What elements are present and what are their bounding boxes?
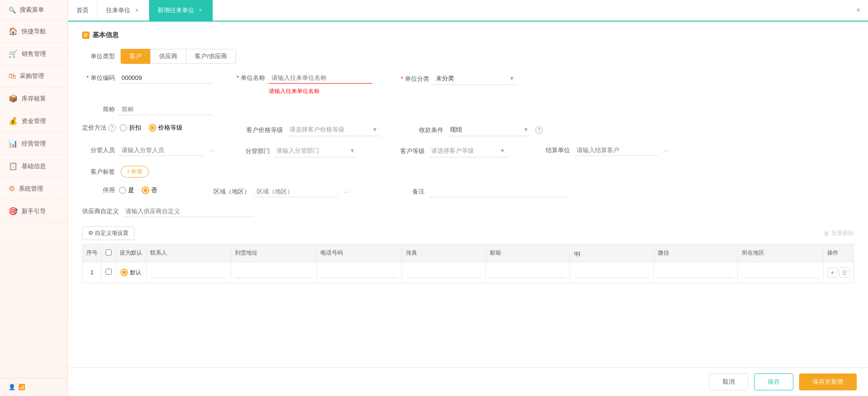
unit-type-supplier[interactable]: 供应商 — [150, 49, 186, 64]
pricing-method-field: 定价方法 ? 折扣 价格等级 — [82, 124, 246, 132]
row-checkbox[interactable] — [106, 269, 112, 275]
select-all-checkbox[interactable] — [106, 249, 112, 256]
disabled-no-circle — [142, 186, 149, 194]
settlement-unit-input[interactable] — [574, 145, 658, 156]
col-email: 邮箱 — [486, 244, 570, 262]
row-delete-button[interactable]: 🗑 — [839, 267, 850, 278]
row-contact-input[interactable] — [150, 267, 227, 278]
sidebar-item-system[interactable]: ⚙ 系统管理 — [0, 178, 68, 200]
row-default-radio[interactable]: 默认 — [120, 269, 142, 277]
region-more-icon[interactable]: ··· — [342, 188, 351, 195]
region-input[interactable] — [254, 186, 338, 197]
row-qq-input[interactable] — [574, 267, 649, 278]
unit-type-customer[interactable]: 客户 — [121, 49, 150, 64]
customer-level-arrow: ▼ — [500, 148, 505, 154]
col-action: 操作 — [823, 244, 853, 262]
pricing-level-radio[interactable]: 价格等级 — [149, 124, 183, 132]
pricing-discount-radio[interactable]: 折扣 — [120, 124, 141, 132]
row-email-input[interactable] — [490, 267, 566, 278]
row-wechat-input[interactable] — [658, 267, 734, 278]
custom-settings-button[interactable]: ⚙ 自定义项设置 — [82, 226, 135, 240]
sidebar-bottom-icon2: 📶 — [18, 384, 25, 390]
col-seq: 序号 — [83, 244, 102, 262]
remark-label: 备注 — [392, 187, 425, 196]
supervisor-input[interactable] — [119, 145, 203, 156]
row-delivery-input[interactable] — [235, 267, 312, 278]
disabled-yes-radio[interactable]: 是 — [119, 186, 134, 194]
sidebar-item-basic-info[interactable]: 📋 基础信息 — [0, 155, 68, 178]
row-default-cell: 默认 — [116, 262, 146, 283]
disabled-no-radio[interactable]: 否 — [142, 186, 157, 194]
save-button[interactable]: 保存 — [754, 373, 793, 390]
disabled-yes-circle — [119, 186, 126, 194]
row-phone-input[interactable] — [320, 267, 398, 278]
row-area-input[interactable] — [742, 267, 819, 278]
pricing-method-label: 定价方法 ? — [82, 124, 116, 132]
table-toolbar: ⚙ 自定义项设置 🗑 批量删除 — [82, 226, 854, 240]
row-add-button[interactable]: + — [827, 267, 838, 278]
remark-input[interactable] — [428, 186, 569, 197]
sidebar-item-quick-nav[interactable]: 🏠 快捷导航 — [0, 20, 68, 43]
col-checkbox — [102, 244, 116, 262]
unit-name-label: * 单位名称 — [232, 74, 265, 82]
col-delivery-addr: 到货地址 — [231, 244, 316, 262]
payment-help-icon[interactable]: ? — [535, 126, 543, 134]
sidebar-item-inventory[interactable]: 📦 库存核算 — [0, 87, 68, 110]
tab-home[interactable]: 首页 — [68, 0, 98, 21]
settlement-unit-more-icon[interactable]: ··· — [662, 147, 671, 154]
customer-level-dropdown[interactable]: 请选择客户等级 ▼ — [428, 145, 508, 157]
pricing-radio-group: 折扣 价格等级 — [120, 124, 183, 132]
sidebar-item-search[interactable]: 🔍 搜索菜单 — [0, 0, 68, 20]
tab-new-counterparty-close[interactable]: × — [197, 6, 204, 15]
unit-code-input[interactable] — [119, 72, 213, 84]
batch-delete-button[interactable]: 🗑 批量删除 — [824, 229, 854, 237]
sidebar-item-guide[interactable]: 🎯 新手引导 — [0, 200, 68, 223]
row-fax-input[interactable] — [406, 267, 482, 278]
save-new-button[interactable]: 保存并新增 — [799, 373, 857, 390]
supervisor-row: 分管人员 ··· 分管部门 请输入分管部门 ▼ 客户等级 请选择客户等级 ▼ 结… — [82, 145, 854, 157]
customer-price-level-dropdown[interactable]: 请选择客户价格等级 ▼ — [287, 124, 381, 136]
sidebar-bottom[interactable]: 👤 📶 — [0, 378, 68, 396]
customer-tag-field: 客户标签 + 标签 — [82, 166, 854, 178]
sidebar-label-basic-info: 基础信息 — [22, 162, 46, 171]
customer-price-level-field: 客户价格等级 请选择客户价格等级 ▼ — [246, 124, 411, 136]
payment-terms-arrow: ▼ — [523, 126, 529, 133]
unit-name-input[interactable] — [269, 72, 372, 84]
sidebar-item-finance[interactable]: 💰 资金管理 — [0, 110, 68, 132]
cancel-button[interactable]: 取消 — [709, 373, 748, 390]
unit-category-dropdown[interactable]: 未分类 ▼ — [433, 72, 518, 85]
row-area — [738, 262, 823, 283]
tab-counterparty[interactable]: 往来单位 × — [98, 0, 149, 21]
col-contact: 联系人 — [146, 244, 231, 262]
disabled-label: 停用 — [82, 186, 115, 194]
pricing-help-icon[interactable]: ? — [108, 124, 116, 132]
sidebar-item-operations[interactable]: 📊 经营管理 — [0, 132, 68, 155]
unit-category-label: * 单位分类 — [396, 75, 429, 83]
col-wechat: 微信 — [654, 244, 738, 262]
department-dropdown[interactable]: 请输入分管部门 ▼ — [274, 145, 358, 157]
disabled-no-dot — [144, 188, 147, 192]
disabled-region-row: 停用 是 否 区域（地区） ··· — [82, 186, 854, 197]
target-icon: 🎯 — [8, 207, 18, 216]
clipboard-icon: 📋 — [8, 162, 18, 171]
sidebar-label-purchase: 采购管理 — [20, 72, 44, 80]
customer-level-field: 客户等级 请选择客户等级 ▼ — [392, 145, 537, 157]
supervisor-more-icon[interactable]: ··· — [207, 147, 216, 154]
unit-type-field: 单位类型 客户 供应商 客户/供应商 — [82, 49, 236, 64]
tab-bar-close-all[interactable]: × — [849, 6, 868, 15]
col-default: 设为默认 — [116, 244, 146, 262]
tab-new-counterparty[interactable]: 新增往来单位 × — [149, 0, 213, 21]
unit-type-label: 单位类型 — [82, 52, 115, 61]
add-tag-button[interactable]: + 标签 — [121, 166, 149, 178]
sidebar-item-purchase[interactable]: 🛍 采购管理 — [0, 65, 68, 87]
unit-type-both[interactable]: 客户/供应商 — [186, 49, 236, 64]
supplier-custom-input[interactable] — [122, 206, 254, 217]
payment-terms-field: 收款条件 现结 ▼ ? — [411, 124, 575, 136]
sidebar-item-sales[interactable]: 🛒 销售管理 — [0, 43, 68, 65]
tab-counterparty-close[interactable]: × — [133, 6, 140, 15]
payment-terms-dropdown[interactable]: 现结 ▼ — [447, 124, 532, 136]
settlement-unit-field: 结算单位 ··· — [537, 145, 854, 156]
row-wechat — [654, 262, 738, 283]
short-name-input[interactable] — [119, 104, 213, 115]
trash-icon: 🗑 — [824, 230, 830, 237]
